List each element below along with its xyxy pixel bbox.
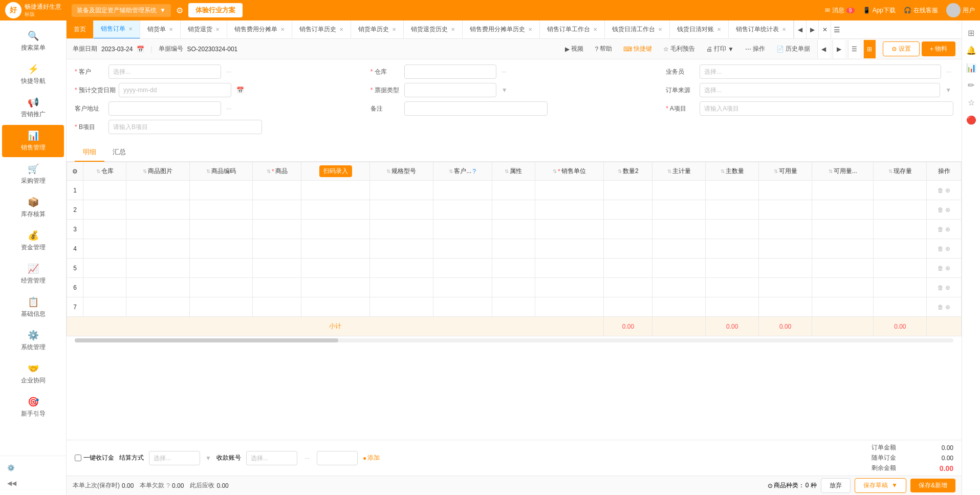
tab-close-order-workspace[interactable]: ✕	[593, 27, 597, 32]
salesperson-input[interactable]	[700, 64, 941, 79]
tab-close-expense[interactable]: ✕	[280, 27, 285, 32]
horizontal-scrollbar[interactable]	[75, 338, 953, 342]
view-list-btn[interactable]: ☰	[848, 40, 860, 58]
customer-address-input[interactable]	[108, 101, 221, 116]
copy-row-icon[interactable]: ⊕	[945, 187, 950, 194]
add-material-btn[interactable]: + 物料	[922, 41, 955, 56]
tab-close-reconciliation[interactable]: ✕	[717, 27, 721, 32]
rs-icon-1[interactable]: ⊞	[963, 25, 979, 41]
save-draft-btn[interactable]: 保存草稿 ▼	[855, 478, 906, 493]
shortcut-btn[interactable]: ⌨ 快捷键	[619, 43, 656, 55]
tab-list-btn[interactable]: ☰	[831, 20, 843, 39]
sidebar-item-inventory[interactable]: 📦 库存核算	[2, 191, 64, 224]
order-source-input[interactable]	[700, 83, 940, 97]
delete-row-icon[interactable]: 🗑	[938, 226, 944, 233]
payment-amount-input[interactable]: 0.00	[317, 451, 358, 465]
next-record-btn[interactable]: ▶	[833, 40, 845, 58]
tab-close-sales-goods[interactable]: ✕	[169, 27, 173, 32]
sidebar-item-basic[interactable]: 📋 基础信息	[2, 291, 64, 324]
one-click-checkbox[interactable]	[75, 455, 81, 461]
sidebar-item-system[interactable]: ⚙️ 系统管理	[2, 325, 64, 357]
grid-view-btn[interactable]: ⊞	[863, 40, 876, 58]
delivery-date-input[interactable]	[119, 83, 231, 97]
payment-dropdown-icon[interactable]: ▼	[205, 455, 211, 462]
tab-order-workspace[interactable]: 销售订单工作台 ✕	[540, 20, 605, 39]
calendar-icon2[interactable]: 📅	[234, 87, 246, 94]
b-project-input[interactable]	[108, 120, 262, 134]
message-btn[interactable]: ✉ 消息 9	[825, 6, 855, 15]
tab-summary[interactable]: 汇总	[104, 143, 134, 162]
tab-sales-goods[interactable]: 销货单 ✕	[140, 20, 181, 39]
account-dots[interactable]: ···	[302, 455, 312, 462]
tab-home[interactable]: 首页	[67, 20, 94, 39]
tab-sales-order[interactable]: 销售订单 ✕	[94, 20, 140, 39]
customer-dots[interactable]: ···	[224, 68, 233, 75]
print-btn[interactable]: 🖨 打印 ▼	[702, 43, 738, 55]
delete-row-icon[interactable]: 🗑	[938, 245, 944, 252]
payment-method-input[interactable]	[149, 451, 200, 465]
tab-close-return-history[interactable]: ✕	[451, 27, 455, 32]
invoice-dropdown-icon[interactable]: ▼	[499, 87, 510, 94]
rs-icon-3[interactable]: 📊	[963, 59, 979, 76]
prev-record-btn[interactable]: ◀	[817, 40, 830, 58]
help-btn[interactable]: ? 帮助	[591, 43, 616, 55]
delete-row-icon[interactable]: 🗑	[938, 265, 944, 272]
tab-return-history[interactable]: 销货退货历史 ✕	[404, 20, 463, 39]
order-source-dropdown[interactable]: ▼	[943, 87, 953, 94]
warehouse-dots[interactable]: ···	[499, 68, 509, 75]
history-btn[interactable]: 📄 历史单据	[772, 43, 814, 55]
warehouse-input[interactable]: 成品库	[404, 64, 496, 79]
delete-row-icon[interactable]: 🗑	[938, 304, 944, 311]
profit-btn[interactable]: ☆ 毛利预告	[659, 43, 699, 55]
sidebar-item-enterprise[interactable]: 🤝 企业协同	[2, 358, 64, 390]
tab-detail[interactable]: 明细	[75, 143, 104, 162]
rs-icon-2[interactable]: 🔔	[963, 42, 979, 58]
copy-row-icon[interactable]: ⊕	[945, 265, 950, 272]
sidebar-collapse-btn[interactable]: ◀◀	[0, 476, 66, 491]
dropdown-arrow-icon[interactable]: ▼	[891, 482, 898, 489]
account-input[interactable]	[246, 451, 297, 465]
copy-row-icon[interactable]: ⊕	[945, 284, 950, 291]
online-service-btn[interactable]: 🎧 在线客服	[904, 6, 938, 15]
sidebar-item-newbie[interactable]: 🎯 新手引导	[2, 391, 64, 423]
address-dots[interactable]: ···	[224, 105, 233, 112]
user-btn[interactable]: 用户	[946, 3, 975, 17]
tab-nav-prev[interactable]: ◀	[794, 20, 806, 39]
view-btn[interactable]: ▶ 视频	[561, 43, 587, 55]
tab-nav-close-all[interactable]: ✕	[818, 20, 831, 39]
app-download-btn[interactable]: 📱 App下载	[863, 6, 896, 15]
tab-daily-workspace[interactable]: 钱货日清工作台 ✕	[605, 20, 670, 39]
rs-icon-4[interactable]: ✏	[963, 77, 979, 93]
tab-expense-history[interactable]: 销售费用分摊单历史 ✕	[463, 20, 540, 39]
tab-return[interactable]: 销货退货 ✕	[181, 20, 227, 39]
sidebar-item-purchase[interactable]: 🛒 采购管理	[2, 158, 64, 190]
sidebar-item-marketing[interactable]: 📢 营销推广	[2, 92, 64, 124]
tab-goods-history[interactable]: 销货单历史 ✕	[351, 20, 404, 39]
sidebar-item-search[interactable]: 🔍 搜索菜单	[2, 25, 64, 57]
rs-icon-5[interactable]: ☆	[963, 94, 979, 111]
add-payment-btn[interactable]: ● 添加	[363, 454, 380, 462]
save-new-btn[interactable]: 保存&新增	[910, 479, 955, 492]
copy-row-icon[interactable]: ⊕	[945, 304, 950, 311]
sidebar-settings-btn[interactable]: ⚙️	[0, 460, 66, 476]
remark-input[interactable]	[404, 101, 548, 116]
customer-input[interactable]	[108, 64, 221, 79]
industry-btn[interactable]: 体验行业方案	[188, 3, 243, 17]
settings-gear-icon[interactable]: ⚙	[72, 168, 78, 175]
tab-stats[interactable]: 销售订单统计表 ✕	[729, 20, 794, 39]
sidebar-item-quick-nav[interactable]: ⚡ 快捷导航	[2, 58, 64, 91]
settings-btn[interactable]: ⚙ 设置	[883, 41, 920, 56]
tab-expense[interactable]: 销售费用分摊单 ✕	[227, 20, 292, 39]
tab-close-sales-order[interactable]: ✕	[128, 26, 133, 32]
tab-close-stats[interactable]: ✕	[782, 27, 786, 32]
copy-row-icon[interactable]: ⊕	[945, 226, 950, 233]
tab-close-daily-workspace[interactable]: ✕	[658, 27, 662, 32]
gear-icon[interactable]: ⚙	[176, 6, 183, 15]
calendar-icon[interactable]: 📅	[137, 46, 144, 53]
discard-btn[interactable]: 放弃	[821, 478, 851, 493]
rs-icon-6[interactable]: 🔴	[963, 112, 979, 128]
copy-row-icon[interactable]: ⊕	[945, 245, 950, 252]
sidebar-item-finance[interactable]: 💰 资金管理	[2, 225, 64, 257]
delete-row-icon[interactable]: 🗑	[938, 187, 944, 194]
salesperson-dots[interactable]: ···	[944, 68, 953, 75]
